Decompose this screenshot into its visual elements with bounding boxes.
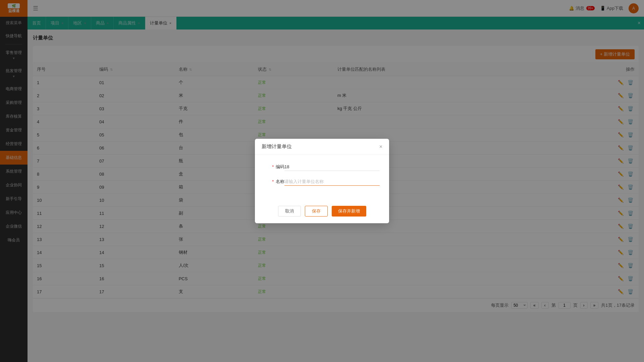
- name-input[interactable]: [284, 178, 380, 186]
- modal-close-button[interactable]: ×: [379, 144, 382, 150]
- save-new-button[interactable]: 保存并新增: [332, 206, 366, 217]
- code-field-row: * 编码: [264, 163, 380, 171]
- modal-body: * 编码 * 名称: [255, 155, 389, 200]
- modal-overlay[interactable]: 新增计量单位 × * 编码 * 名称 取消 保存 保存并新增: [0, 0, 644, 362]
- save-button[interactable]: 保存: [305, 206, 328, 217]
- code-input[interactable]: [284, 163, 380, 171]
- modal-header: 新增计量单位 ×: [255, 139, 389, 155]
- code-label: * 编码: [264, 164, 284, 170]
- modal-title: 新增计量单位: [262, 143, 292, 150]
- modal-footer: 取消 保存 保存并新增: [255, 200, 389, 223]
- cancel-button[interactable]: 取消: [278, 206, 301, 217]
- code-required-icon: *: [272, 164, 274, 169]
- name-label: * 名称: [264, 179, 284, 185]
- name-required-icon: *: [272, 179, 274, 184]
- name-field-row: * 名称: [264, 178, 380, 186]
- add-unit-modal: 新增计量单位 × * 编码 * 名称 取消 保存 保存并新增: [255, 139, 389, 223]
